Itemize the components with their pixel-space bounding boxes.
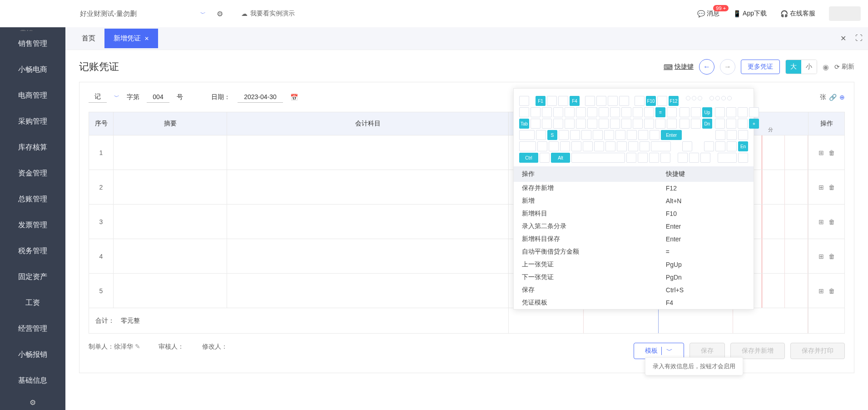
- add-row-icon[interactable]: ⊞: [818, 184, 824, 191]
- shortcut-row: 自动平衡借贷方金额=: [514, 245, 754, 258]
- sidebar-item[interactable]: 采购管理: [0, 109, 65, 135]
- th-account: 会计科目: [227, 112, 509, 135]
- account-cell[interactable]: [227, 274, 509, 308]
- shortcut-row: 新增Alt+N: [514, 195, 754, 207]
- size-large-button[interactable]: 大: [786, 60, 801, 74]
- refresh-icon: ⟳: [834, 63, 840, 70]
- sidebar-item[interactable]: 库存核算: [0, 135, 65, 160]
- account-cell[interactable]: [227, 205, 509, 239]
- delete-row-icon[interactable]: 🗑: [828, 184, 835, 191]
- date-label: 日期：: [211, 93, 230, 101]
- sidebar-item[interactable]: 小畅报销: [0, 342, 65, 368]
- shortcut-row: 录入第二条分录Enter: [514, 220, 754, 233]
- sc-key: PgDn: [658, 271, 754, 284]
- sc-action: 保存: [514, 284, 658, 296]
- size-small-button[interactable]: 小: [801, 60, 817, 74]
- app-header: 好业财测试-量勿删 ﹀ ⚙ ☁ 我要看实例演示 💬 消息 99 + 📱 App下…: [0, 0, 868, 27]
- th-key: 快捷键: [658, 166, 754, 182]
- more-vouchers-button[interactable]: 更多凭证: [741, 60, 780, 74]
- save-new-button[interactable]: 保存并新增: [730, 343, 785, 359]
- account-cell[interactable]: [227, 239, 509, 274]
- sc-key: F12: [658, 182, 754, 195]
- delete-row-icon[interactable]: 🗑: [828, 253, 835, 260]
- sc-key: Enter: [658, 220, 754, 233]
- summary-cell[interactable]: [114, 170, 227, 205]
- calendar-icon[interactable]: 📅: [290, 94, 298, 101]
- tab-new-voucher[interactable]: 新增凭证 ✕: [104, 29, 158, 48]
- shortcut-table: 操作 快捷键 保存并新增F12新增Alt+N新增科目F10录入第二条分录Ente…: [514, 166, 754, 309]
- org-selector[interactable]: 好业财测试-量勿删 ﹀: [80, 8, 206, 20]
- add-icon[interactable]: ⊕: [839, 94, 845, 101]
- account-cell[interactable]: [227, 135, 509, 170]
- sidebar-item[interactable]: 工资: [0, 290, 65, 316]
- prev-voucher-arrow[interactable]: ←: [699, 59, 714, 75]
- account-cell[interactable]: [227, 170, 509, 205]
- sidebar-item[interactable]: 资金管理: [0, 160, 65, 186]
- voucher-type-input[interactable]: [89, 91, 107, 103]
- sc-key: Alt+N: [658, 195, 754, 207]
- voucher-date-input[interactable]: [238, 91, 283, 103]
- add-row-icon[interactable]: ⊞: [818, 253, 824, 260]
- tab-home[interactable]: 首页: [73, 29, 104, 48]
- messages-link[interactable]: 💬 消息 99 +: [697, 10, 719, 18]
- seq-cell: 2: [89, 170, 114, 205]
- label: 张: [820, 93, 826, 101]
- user-avatar[interactable]: [829, 6, 861, 21]
- app-download-link[interactable]: 📱 App下载: [733, 10, 767, 18]
- demo-link[interactable]: ☁ 我要看实例演示: [241, 10, 295, 18]
- summary-cell[interactable]: [114, 274, 227, 308]
- delete-row-icon[interactable]: 🗑: [828, 287, 835, 295]
- sidebar-item[interactable]: 总账管理: [0, 186, 65, 212]
- edit-icon[interactable]: ✎: [135, 343, 140, 350]
- sidebar-item[interactable]: 税务管理: [0, 238, 65, 264]
- add-row-icon[interactable]: ⊞: [818, 287, 824, 295]
- sidebar-item[interactable]: 小畅电商: [0, 57, 65, 83]
- add-row-icon[interactable]: ⊞: [818, 218, 824, 225]
- sc-key: Enter: [658, 233, 754, 245]
- shortcut-link[interactable]: ⌨ 快捷键: [664, 63, 694, 71]
- sidebar-item[interactable]: 发票管理: [0, 212, 65, 238]
- page-title: 记账凭证: [79, 60, 119, 74]
- summary-cell[interactable]: [114, 239, 227, 274]
- chevron-down-icon[interactable]: ﹀: [114, 93, 119, 101]
- tooltip: 录入有效信息后，按钮才会启用: [645, 357, 743, 375]
- sidebar-item-cut[interactable]: 营销……: [0, 27, 65, 31]
- next-voucher-arrow[interactable]: →: [720, 59, 735, 75]
- sidebar-item[interactable]: 经营管理: [0, 316, 65, 342]
- shortcut-row: 上一张凭证PgUp: [514, 258, 754, 271]
- save-button[interactable]: 保存: [689, 343, 725, 359]
- sc-action: 自动平衡借贷方金额: [514, 245, 658, 258]
- add-row-icon[interactable]: ⊞: [818, 149, 824, 156]
- th-op: 操作: [808, 112, 845, 135]
- phone-icon: 📱: [733, 10, 741, 17]
- sidebar-settings-icon[interactable]: ⚙: [0, 394, 65, 410]
- support-link[interactable]: 🎧 在线客服: [780, 10, 815, 18]
- fullscreen-icon[interactable]: ⛶: [853, 32, 864, 45]
- template-button[interactable]: 模板 ﹀: [634, 343, 684, 359]
- sidebar-item[interactable]: 固定资产: [0, 264, 65, 290]
- sidebar-item[interactable]: 销售管理: [0, 31, 65, 57]
- chat-icon: 💬: [697, 10, 705, 17]
- summary-cell[interactable]: [114, 135, 227, 170]
- voucher-number-input[interactable]: [147, 91, 169, 103]
- close-tab-icon[interactable]: ✕: [838, 32, 848, 45]
- size-toggle: 大 小: [785, 60, 817, 74]
- close-icon[interactable]: ✕: [144, 35, 149, 42]
- sidebar-item[interactable]: 电商管理: [0, 83, 65, 109]
- speech-icon: ☁: [241, 10, 248, 17]
- settings-icon[interactable]: ⚙: [217, 10, 223, 18]
- sidebar-item[interactable]: 基础信息: [0, 368, 65, 394]
- keyboard-diagram: F1F4 F10F12 = Up Tab Dn + SEnter: [514, 89, 754, 166]
- refresh-button[interactable]: ⟳ 刷新: [834, 63, 854, 71]
- summary-cell[interactable]: [114, 205, 227, 239]
- sc-action: 上一张凭证: [514, 258, 658, 271]
- delete-row-icon[interactable]: 🗑: [828, 149, 835, 156]
- eye-icon[interactable]: ◉: [823, 63, 829, 71]
- chevron-down-icon[interactable]: ﹀: [661, 347, 673, 355]
- save-print-button[interactable]: 保存并打印: [790, 343, 845, 359]
- sc-key: F4: [658, 296, 754, 309]
- keyboard-icon: ⌨: [664, 63, 673, 70]
- shortcut-row: 新增科目保存Enter: [514, 233, 754, 245]
- attachment-icon[interactable]: 🔗: [829, 94, 837, 101]
- delete-row-icon[interactable]: 🗑: [828, 218, 835, 225]
